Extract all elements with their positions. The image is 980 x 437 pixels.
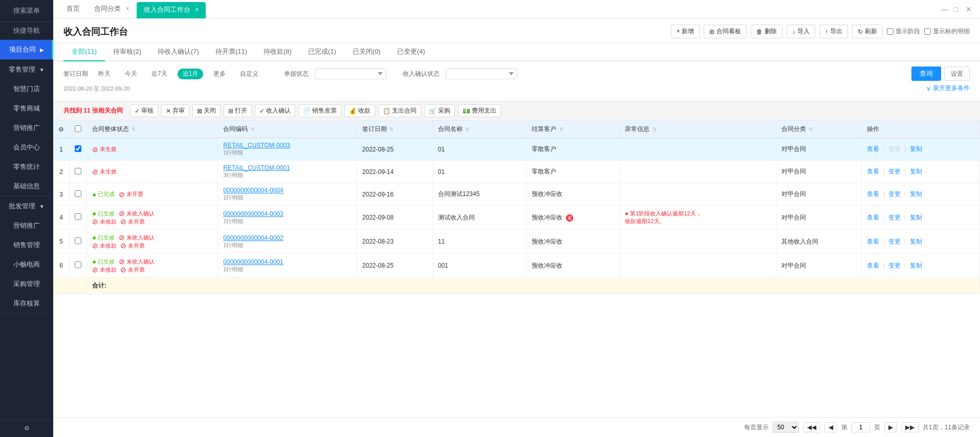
view-btn[interactable]: 查看	[867, 190, 879, 198]
purchase-btn[interactable]: 🛒 采购	[424, 104, 455, 117]
copy-btn[interactable]: 复制	[910, 190, 922, 198]
row-checkbox[interactable]	[70, 206, 87, 230]
row-checkbox[interactable]	[70, 183, 87, 206]
invoice-btn[interactable]: 📄 销售发票	[298, 104, 341, 117]
row-checkbox[interactable]	[70, 254, 87, 278]
sidebar-item-smart-store[interactable]: 智慧门店	[0, 79, 53, 99]
prev-page-btn[interactable]: ◀	[824, 422, 837, 432]
sidebar-item-basic-info[interactable]: 基础信息	[0, 177, 53, 196]
edit-btn[interactable]: 变更	[888, 238, 901, 245]
sidebar-item-retail-stats[interactable]: 零售统计	[0, 157, 53, 177]
date-1month[interactable]: 近1月	[178, 69, 204, 79]
doc-status-select[interactable]	[315, 68, 386, 79]
th-sign-date[interactable]: 签订日期 ⇅	[357, 121, 432, 138]
first-page-btn[interactable]: ◀◀	[803, 422, 820, 432]
copy-btn[interactable]: 复制	[910, 168, 922, 175]
date-yesterday[interactable]: 昨天	[94, 69, 115, 79]
tab-contract-type-close[interactable]: ×	[126, 5, 129, 12]
edit-btn[interactable]: 变更	[888, 214, 901, 221]
edit-btn[interactable]: 变更	[888, 190, 901, 198]
sidebar-item-project-contract[interactable]: 项目合同 ▶	[0, 40, 53, 59]
next-page-btn[interactable]: ▶	[884, 422, 897, 432]
sub-tab-pending-income-confirm[interactable]: 待收入确认(7)	[149, 43, 207, 61]
import-button[interactable]: ↓ 导入	[787, 25, 815, 38]
contract-code-link[interactable]: 0000000000004-0004	[223, 187, 283, 194]
review-btn[interactable]: ✓ 审核	[130, 104, 158, 117]
show-stages-check[interactable]: 显示阶段	[887, 27, 920, 36]
page-size-select[interactable]: 10 20 50 100	[773, 422, 799, 433]
sub-tab-all[interactable]: 全部(11)	[63, 43, 105, 61]
th-code[interactable]: 合同编码 ⇅	[218, 121, 357, 138]
copy-btn[interactable]: 复制	[910, 238, 922, 245]
sub-tab-pending-payment[interactable]: 待收款(8)	[255, 43, 300, 61]
view-btn[interactable]: 查看	[867, 238, 879, 245]
date-today[interactable]: 今天	[121, 69, 141, 79]
close-btn[interactable]: ⊠ 关闭	[192, 104, 221, 117]
sidebar-item-purchase-mgmt[interactable]: 采购管理	[0, 274, 53, 294]
contract-code-link[interactable]: RETAIL_CUSTOM-0003	[223, 142, 290, 149]
th-abnormal[interactable]: 异常信息 ⇅	[620, 121, 776, 138]
date-more[interactable]: 更多	[209, 69, 230, 79]
set-button[interactable]: 设置	[944, 67, 970, 81]
copy-btn[interactable]: 复制	[910, 214, 922, 221]
sidebar-item-xiao-chang[interactable]: 小畅电商	[0, 255, 53, 274]
view-btn[interactable]: 查看	[867, 168, 879, 175]
refresh-button[interactable]: ↻ 刷新	[852, 25, 883, 38]
sidebar-item-member-center[interactable]: 会员中心	[0, 138, 53, 157]
delete-button[interactable]: 🗑 删除	[751, 25, 782, 38]
sub-tab-changed[interactable]: 已变更(4)	[389, 43, 433, 61]
sidebar-search[interactable]: 搜索菜单	[0, 0, 53, 22]
close-button[interactable]: ✕	[966, 5, 974, 13]
sidebar-item-wholesale-mgmt[interactable]: 批发管理 ▼	[0, 196, 53, 216]
contract-code-link[interactable]: RETAIL_CUSTOM-0001	[223, 164, 290, 171]
income-confirm-btn[interactable]: ✓ 收入确认	[255, 104, 295, 117]
copy-btn[interactable]: 复制	[910, 262, 922, 269]
query-button[interactable]: 查询	[911, 67, 941, 81]
row-checkbox[interactable]	[70, 161, 87, 183]
sidebar-settings[interactable]: ⚙	[0, 419, 53, 437]
date-custom[interactable]: 自定义	[236, 69, 263, 79]
sidebar-item-retail-commerce[interactable]: 零售商城	[0, 99, 53, 118]
print-btn[interactable]: ⊞ 打开	[224, 104, 252, 117]
maximize-button[interactable]: □	[953, 5, 962, 13]
expand-filter-btn[interactable]: ∨ 展开更多条件	[926, 84, 970, 93]
new-button[interactable]: + 新增	[671, 25, 700, 38]
view-btn[interactable]: 查看	[867, 262, 879, 269]
select-all-checkbox[interactable]	[75, 125, 81, 132]
sidebar-item-sales-mgmt[interactable]: 销售管理	[0, 235, 53, 255]
sidebar-item-inventory[interactable]: 库存核算	[0, 294, 53, 313]
sub-tab-pending-invoice[interactable]: 待开票(11)	[207, 43, 255, 61]
th-customer[interactable]: 结算客户 ⇅	[527, 121, 620, 138]
contract-code-link[interactable]: 0000000000004-0003	[223, 210, 283, 217]
show-details-check[interactable]: 显示标的明细	[924, 27, 970, 36]
expense-btn[interactable]: 💵 费用支出	[458, 104, 501, 117]
payment-btn[interactable]: 💰 收款	[344, 104, 375, 117]
minimize-button[interactable]: —	[941, 5, 949, 13]
row-checkbox[interactable]	[70, 138, 87, 161]
copy-btn[interactable]: 复制	[910, 145, 922, 152]
income-confirm-select[interactable]	[446, 68, 517, 79]
th-name[interactable]: 合同名称 ⇅	[432, 121, 527, 138]
edit-btn[interactable]: 变更	[888, 145, 901, 152]
edit-btn[interactable]: 变更	[888, 168, 901, 175]
sidebar-item-marketing2[interactable]: 营销推广	[0, 216, 53, 235]
th-status[interactable]: 合同整体状态 ⇅	[87, 121, 218, 138]
contract-view-button[interactable]: ⊞ 合同看板	[704, 25, 747, 38]
th-checkbox[interactable]	[70, 121, 87, 138]
tab-contract-type[interactable]: 合同分类 ×	[87, 0, 137, 18]
page-input[interactable]	[852, 422, 870, 432]
sub-tab-pending-review[interactable]: 待审核(2)	[105, 43, 149, 61]
tab-income-workbench[interactable]: 收入合同工作台 ×	[137, 2, 206, 18]
tab-income-workbench-close[interactable]: ×	[195, 6, 199, 13]
th-category[interactable]: 合同分类 ⇅	[776, 121, 862, 138]
date-7days[interactable]: 近7天	[147, 69, 171, 79]
sidebar-quick-nav[interactable]: 快捷导航	[0, 22, 53, 40]
view-btn[interactable]: 查看	[867, 214, 879, 221]
sidebar-item-retail-mgmt[interactable]: 零售管理 ▼	[0, 60, 53, 79]
contract-code-link[interactable]: 0000000000004-0002	[223, 234, 283, 242]
th-settings[interactable]: ⚙	[53, 121, 70, 138]
sub-tab-closed[interactable]: 已关闭(0)	[344, 43, 389, 61]
edit-btn[interactable]: 变更	[888, 262, 901, 269]
contract-code-link[interactable]: 0000000000004-0001	[223, 258, 283, 266]
tab-home[interactable]: 首页	[59, 0, 87, 18]
